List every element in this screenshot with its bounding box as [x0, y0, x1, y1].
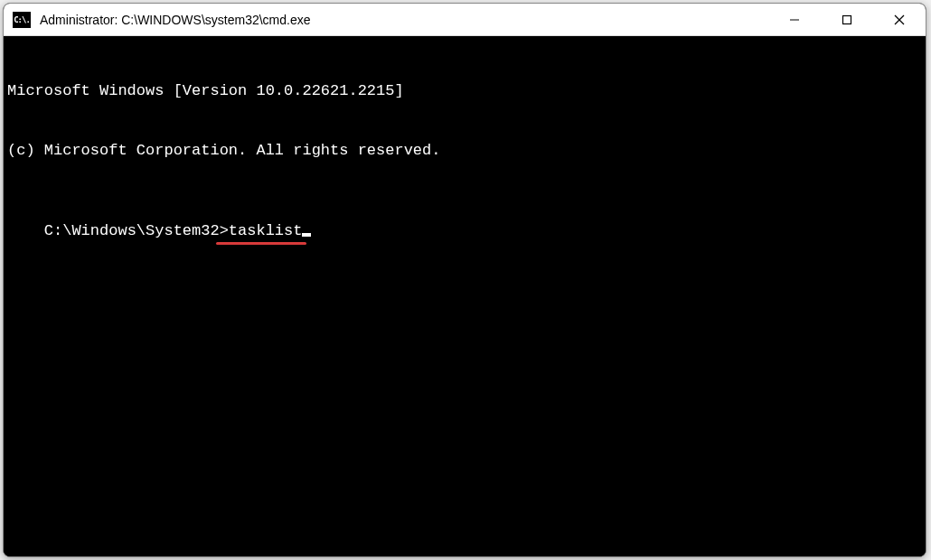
cmd-icon-text: C:\. — [14, 15, 30, 24]
cmd-window: C:\. Administrator: C:\WINDOWS\system32\… — [3, 3, 926, 557]
terminal-area[interactable]: Microsoft Windows [Version 10.0.22621.22… — [4, 36, 926, 556]
maximize-button[interactable] — [821, 4, 873, 35]
close-icon — [894, 14, 905, 25]
terminal-prompt: C:\Windows\System32> — [44, 222, 229, 239]
terminal-output-line: (c) Microsoft Corporation. All rights re… — [7, 141, 922, 161]
minimize-button[interactable] — [768, 4, 821, 35]
window-title: Administrator: C:\WINDOWS\system32\cmd.e… — [40, 13, 768, 27]
terminal-output-line: Microsoft Windows [Version 10.0.22621.22… — [7, 81, 922, 101]
command-underline — [216, 242, 306, 245]
svg-rect-1 — [843, 15, 851, 23]
terminal-cursor — [302, 233, 311, 237]
titlebar[interactable]: C:\. Administrator: C:\WINDOWS\system32\… — [4, 4, 926, 36]
maximize-icon — [842, 14, 852, 25]
window-controls — [768, 4, 926, 35]
terminal-command: tasklist — [229, 222, 303, 239]
close-button[interactable] — [873, 4, 926, 35]
terminal-prompt-line: C:\Windows\System32>tasklist — [44, 221, 312, 241]
minimize-icon — [789, 14, 800, 25]
cmd-icon: C:\. — [13, 12, 31, 28]
